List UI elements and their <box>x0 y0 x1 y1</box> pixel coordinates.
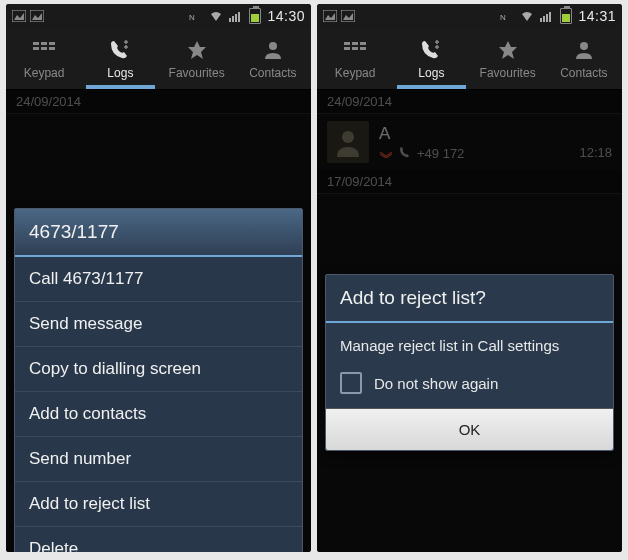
keypad-icon <box>32 38 56 62</box>
gallery-icon <box>323 10 337 22</box>
menu-copy-dialling[interactable]: Copy to dialling screen <box>15 347 302 392</box>
svg-rect-5 <box>229 18 231 22</box>
nfc-icon: N <box>189 10 203 22</box>
tab-label: Logs <box>107 66 133 80</box>
battery-icon <box>249 8 261 24</box>
tab-contacts[interactable]: Contacts <box>546 28 622 89</box>
svg-point-33 <box>580 42 588 50</box>
svg-rect-10 <box>41 42 47 45</box>
tab-keypad[interactable]: Keypad <box>6 28 82 89</box>
svg-rect-6 <box>232 16 234 22</box>
menu-add-contacts[interactable]: Add to contacts <box>15 392 302 437</box>
svg-rect-23 <box>543 16 545 22</box>
signal-icon <box>540 10 554 22</box>
svg-marker-20 <box>343 13 353 20</box>
tabbar: Keypad Logs Favourites Contacts <box>6 28 311 90</box>
tab-label: Favourites <box>480 66 536 80</box>
menu-call[interactable]: Call 4673/1177 <box>15 257 302 302</box>
tab-favourites[interactable]: Favourites <box>159 28 235 89</box>
logs-icon <box>108 38 132 62</box>
tab-label: Contacts <box>249 66 296 80</box>
menu-delete[interactable]: Delete <box>15 527 302 552</box>
svg-rect-24 <box>546 14 548 22</box>
svg-rect-30 <box>360 42 366 45</box>
screenshot-left: N 14:30 Keypad <box>6 4 311 552</box>
signal-icon <box>229 10 243 22</box>
svg-rect-11 <box>33 47 39 50</box>
battery-icon <box>560 8 572 24</box>
svg-rect-27 <box>352 42 358 45</box>
tab-label: Logs <box>418 66 444 80</box>
checkbox-label: Do not show again <box>374 375 498 392</box>
menu-send-message[interactable]: Send message <box>15 302 302 347</box>
tabbar: Keypad Logs Favourites Contacts <box>317 28 622 90</box>
gallery-icon <box>12 10 26 22</box>
svg-rect-22 <box>540 18 542 22</box>
svg-rect-12 <box>41 47 47 50</box>
svg-marker-1 <box>14 13 24 20</box>
reject-dialog: Add to reject list? Manage reject list i… <box>325 274 614 451</box>
menu-send-number[interactable]: Send number <box>15 437 302 482</box>
svg-marker-18 <box>325 13 335 20</box>
star-icon <box>185 38 209 62</box>
gallery-icon <box>30 10 44 22</box>
do-not-show-checkbox[interactable]: Do not show again <box>340 372 599 394</box>
status-bar: N 14:31 <box>317 4 622 28</box>
svg-marker-15 <box>188 41 206 59</box>
screenshot-right: N 14:31 Keypad <box>317 4 622 552</box>
ok-button[interactable]: OK <box>326 408 613 450</box>
svg-point-16 <box>269 42 277 50</box>
star-icon <box>496 38 520 62</box>
contacts-icon <box>261 38 285 62</box>
svg-rect-29 <box>352 47 358 50</box>
svg-marker-3 <box>32 13 42 20</box>
svg-rect-31 <box>360 47 366 50</box>
nfc-icon: N <box>500 10 514 22</box>
tab-keypad[interactable]: Keypad <box>317 28 393 89</box>
tab-label: Keypad <box>335 66 376 80</box>
svg-rect-14 <box>49 47 55 50</box>
contacts-icon <box>572 38 596 62</box>
clock: 14:31 <box>578 8 616 24</box>
wifi-icon <box>520 10 534 22</box>
tab-favourites[interactable]: Favourites <box>470 28 546 89</box>
menu-add-reject[interactable]: Add to reject list <box>15 482 302 527</box>
tab-logs[interactable]: Logs <box>82 28 158 89</box>
dialog-title: Add to reject list? <box>326 275 613 323</box>
context-menu: 4673/1177 Call 4673/1177 Send message Co… <box>14 208 303 552</box>
content-area: 24/09/2014 4673/1177 Call 4673/1177 Send… <box>6 90 311 552</box>
svg-text:N: N <box>189 13 195 22</box>
checkbox-icon <box>340 372 362 394</box>
clock: 14:30 <box>267 8 305 24</box>
tab-label: Keypad <box>24 66 65 80</box>
status-bar: N 14:30 <box>6 4 311 28</box>
keypad-icon <box>343 38 367 62</box>
tab-contacts[interactable]: Contacts <box>235 28 311 89</box>
logs-icon <box>419 38 443 62</box>
svg-rect-26 <box>344 42 350 45</box>
svg-rect-25 <box>549 12 551 22</box>
svg-marker-32 <box>499 41 517 59</box>
svg-rect-7 <box>235 14 237 22</box>
svg-rect-13 <box>49 42 55 45</box>
wifi-icon <box>209 10 223 22</box>
svg-rect-9 <box>33 42 39 45</box>
svg-text:N: N <box>500 13 506 22</box>
tab-label: Contacts <box>560 66 607 80</box>
content-area: 24/09/2014 A +49 172 <box>317 90 622 552</box>
tab-label: Favourites <box>169 66 225 80</box>
svg-rect-28 <box>344 47 350 50</box>
tab-logs[interactable]: Logs <box>393 28 469 89</box>
svg-rect-8 <box>238 12 240 22</box>
gallery-icon <box>341 10 355 22</box>
context-menu-title: 4673/1177 <box>15 209 302 257</box>
dialog-message: Manage reject list in Call settings <box>340 337 599 354</box>
